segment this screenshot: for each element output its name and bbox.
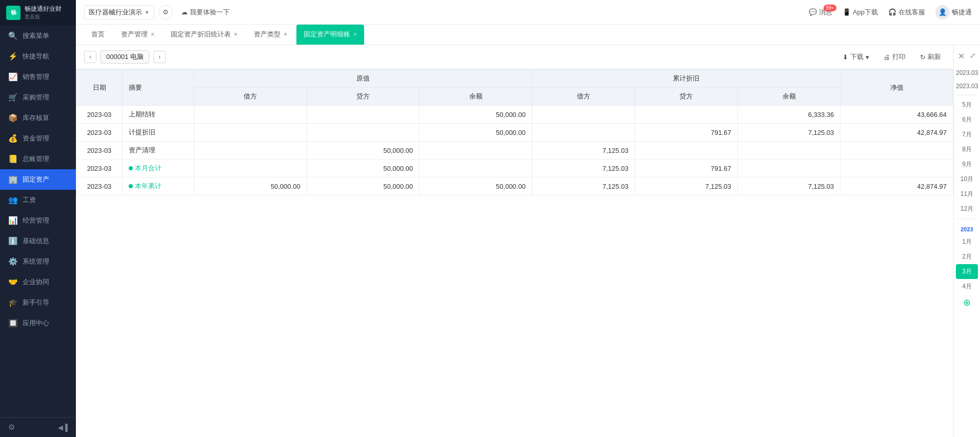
- tab-close-icon[interactable]: ×: [353, 31, 357, 38]
- cell-net-value: 43,666.64: [841, 106, 953, 124]
- inventory-icon: 📦: [8, 113, 17, 123]
- timeline-month-2[interactable]: 2月: [954, 249, 980, 264]
- tab-home[interactable]: 首页: [84, 25, 112, 45]
- logo-icon: 畅: [6, 6, 21, 20]
- timeline-separator-top: [956, 95, 977, 95]
- timeline-month-3-active[interactable]: 3月: [956, 264, 978, 279]
- timeline-month-11[interactable]: 11月: [954, 187, 980, 202]
- sidebar-item-label: 总账管理: [23, 154, 49, 164]
- sidebar-item-system[interactable]: ⚙️ 系统管理: [0, 251, 76, 272]
- company-selector[interactable]: 医疗器械行业演示 ▼: [84, 5, 154, 19]
- sales-icon: 📈: [8, 72, 17, 82]
- timeline-month-10[interactable]: 10月: [954, 172, 980, 187]
- sidebar-item-label: 库存核算: [23, 113, 49, 123]
- timeline-month-6[interactable]: 6月: [954, 112, 980, 127]
- tab-asset-detail[interactable]: 固定资产明细账 ×: [296, 25, 364, 45]
- asset-tag: 000001 电脑: [101, 50, 149, 64]
- print-button[interactable]: 🖨 打印: [879, 50, 910, 64]
- timeline-month-9[interactable]: 9月: [954, 157, 980, 172]
- cell-orig-credit: [307, 106, 419, 124]
- cell-orig-credit: 50,000.00: [307, 142, 419, 160]
- tab-asset-type[interactable]: 资产类型 ×: [247, 25, 294, 45]
- cell-acc-debit: 7,125.03: [532, 177, 634, 195]
- tab-close-icon[interactable]: ×: [284, 31, 287, 38]
- summary-text: 资产清理: [129, 146, 155, 154]
- col-header-original-value: 原值: [194, 70, 532, 88]
- cell-acc-credit: 791.67: [635, 124, 737, 142]
- tab-asset-mgmt[interactable]: 资产管理 ×: [114, 25, 162, 45]
- experience-icon: ☁: [181, 8, 188, 16]
- settings-button[interactable]: ⚙: [158, 5, 173, 19]
- prev-asset-button[interactable]: ‹: [84, 51, 96, 63]
- cell-acc-balance: [737, 160, 840, 177]
- experience-button[interactable]: ☁ 我要体验一下: [181, 8, 230, 17]
- timeline-down-button[interactable]: ⊕: [963, 297, 971, 308]
- summary-text: 计提折旧: [129, 128, 155, 136]
- col-header-date: 日期: [76, 70, 123, 106]
- sidebar-item-basic-info[interactable]: ℹ️ 基础信息: [0, 231, 76, 251]
- collapse-button[interactable]: ◀▐: [58, 424, 68, 431]
- basic-info-icon: ℹ️: [8, 236, 17, 246]
- tab-close-icon[interactable]: ×: [234, 31, 237, 38]
- user-profile[interactable]: 👤 畅捷通: [935, 5, 972, 19]
- cell-acc-debit: 7,125.03: [532, 142, 634, 160]
- sidebar-item-inventory[interactable]: 📦 库存核算: [0, 108, 76, 128]
- download-button[interactable]: ⬇ 下载 ▾: [838, 50, 873, 64]
- tab-depreciation-stats[interactable]: 固定资产折旧统计表 ×: [164, 25, 245, 45]
- sidebar-item-sales[interactable]: 📈 销售管理: [0, 67, 76, 87]
- sidebar-item-ledger[interactable]: 📒 总账管理: [0, 149, 76, 169]
- sidebar-item-operations[interactable]: 📊 经营管理: [0, 210, 76, 231]
- cell-summary: 资产清理: [123, 142, 194, 160]
- cell-date: 2023-03: [76, 124, 123, 142]
- table-container: 日期 摘要 原值 累计折旧 净值 借方 贷方 余额 借方 贷方 余额: [76, 69, 953, 437]
- settings-icon[interactable]: ⚙: [8, 423, 15, 432]
- sidebar-item-purchase[interactable]: 🛒 采购管理: [0, 87, 76, 108]
- sidebar-item-capital[interactable]: 💰 资金管理: [0, 128, 76, 149]
- sidebar-item-quick-nav[interactable]: ⚡ 快捷导航: [0, 46, 76, 67]
- tab-asset-type-label: 资产类型: [254, 30, 281, 39]
- timeline-month-7[interactable]: 7月: [954, 127, 980, 142]
- tab-asset-mgmt-label: 资产管理: [121, 30, 148, 39]
- ledger-icon: 📒: [8, 154, 17, 164]
- sidebar-item-guide[interactable]: 🎓 新手引导: [0, 292, 76, 313]
- col-header-acc-balance: 余额: [737, 88, 840, 106]
- cell-date: 2023-03: [76, 160, 123, 177]
- timeline-month-8[interactable]: 8月: [954, 142, 980, 157]
- messages-button[interactable]: 💬 消息 99+: [809, 8, 832, 17]
- timeline-month-1[interactable]: 1月: [954, 234, 980, 249]
- topbar-right: 💬 消息 99+ 📱 App下载 🎧 在线客服 👤 畅捷通: [809, 5, 972, 19]
- tab-home-label: 首页: [91, 30, 105, 39]
- expand-panel-button[interactable]: ⤢: [968, 49, 978, 63]
- timeline-month-4[interactable]: 4月: [954, 279, 980, 294]
- cell-acc-balance: 7,125.03: [737, 177, 840, 195]
- sidebar-item-fixed-assets[interactable]: 🏢 固定资产: [0, 169, 76, 190]
- sidebar: 畅 畅捷通好业财 普及版 🔍 搜索菜单 ⚡ 快捷导航 📈 销售管理 🛒 采购管理…: [0, 0, 76, 437]
- timeline-month-5[interactable]: 5月: [954, 97, 980, 112]
- download-label: 下载: [850, 52, 864, 62]
- tab-close-icon[interactable]: ×: [151, 31, 154, 38]
- sidebar-item-label: 经营管理: [23, 216, 49, 225]
- tab-depreciation-stats-label: 固定资产折旧统计表: [171, 30, 231, 39]
- message-icon: 💬: [809, 8, 817, 16]
- sidebar-logo: 畅 畅捷通好业财 普及版: [0, 0, 76, 26]
- sidebar-item-label: 搜索菜单: [23, 31, 49, 41]
- cell-orig-balance: 50,000.00: [419, 177, 532, 195]
- close-panel-button[interactable]: ✕: [956, 49, 967, 63]
- sidebar-item-app-center[interactable]: 🔲 应用中心: [0, 313, 76, 333]
- badge-label: 本月合计: [129, 164, 162, 173]
- customer-service-label: 在线客服: [898, 8, 925, 17]
- refresh-button[interactable]: ↻ 刷新: [916, 50, 945, 64]
- cell-orig-credit: 50,000.00: [307, 177, 419, 195]
- sidebar-item-search[interactable]: 🔍 搜索菜单: [0, 26, 76, 46]
- timeline-month-12[interactable]: 12月: [954, 202, 980, 216]
- sidebar-item-enterprise[interactable]: 🤝 企业协同: [0, 272, 76, 292]
- logo-title: 畅捷通好业财: [25, 5, 62, 13]
- cell-acc-balance: 7,125.03: [737, 124, 840, 142]
- next-asset-button[interactable]: ›: [153, 51, 166, 63]
- customer-service-button[interactable]: 🎧 在线客服: [888, 8, 925, 17]
- dropdown-arrow-icon: ▾: [866, 53, 869, 61]
- sidebar-item-salary[interactable]: 👥 工资: [0, 190, 76, 210]
- app-download-button[interactable]: 📱 App下载: [843, 8, 878, 17]
- app-center-icon: 🔲: [8, 319, 17, 328]
- logo-subtitle: 普及版: [25, 13, 62, 21]
